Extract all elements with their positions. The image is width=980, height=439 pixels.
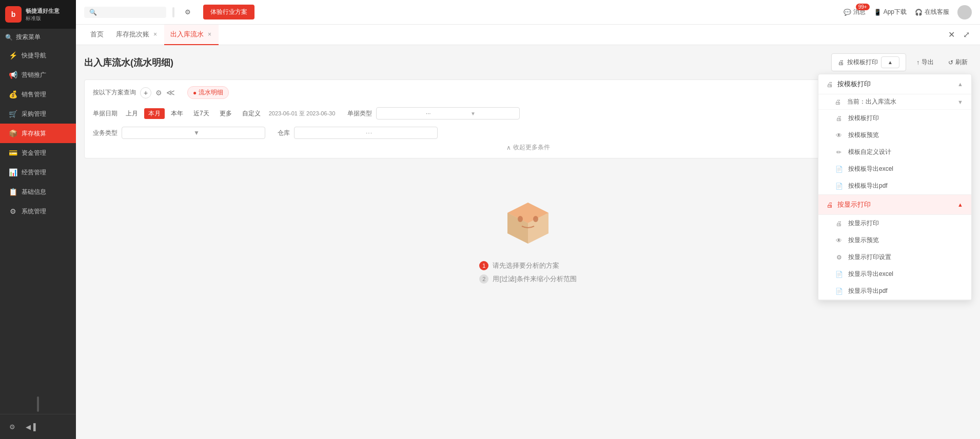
sidebar-item-label: 经营管理	[22, 168, 46, 177]
template-preview-label: 按模板预览	[848, 131, 879, 139]
template-export-pdf-item[interactable]: 📄 按模板导出pdf	[818, 177, 971, 194]
topbar-search-icon: 🔍	[89, 9, 97, 16]
step-2-label: 用[过滤]条件来缩小分析范围	[493, 272, 576, 286]
sidebar-item-finance[interactable]: 💳 资金管理	[0, 143, 76, 163]
current-template-badge[interactable]: 🖨 当前：出入库流水 ▼	[818, 94, 971, 110]
industry-solution-btn[interactable]: 体验行业方案	[203, 5, 254, 19]
business-type-select[interactable]: ▼	[122, 127, 265, 139]
refresh-label: 刷新	[955, 58, 968, 67]
sidebar-item-label: 库存核算	[22, 129, 46, 138]
app-name-block: 畅捷通好生意 标准版	[26, 7, 60, 22]
collapse-conditions-btn[interactable]: ∧ 收起更多条件	[506, 143, 550, 152]
date-opt-last-month[interactable]: 上月	[122, 108, 142, 119]
marketing-icon: 📢	[8, 70, 17, 79]
app-name: 畅捷通好生意	[26, 7, 60, 15]
sidebar-item-inventory[interactable]: 📦 库存核算	[0, 124, 76, 143]
warehouse-more-icon[interactable]: ···	[366, 129, 433, 136]
sidebar: b 畅捷通好生意 标准版 🔍 搜索菜单 ⚡ 快捷导航 📢 营销推广 💰 销售管理…	[0, 0, 76, 439]
display-settings-icon: ⚙	[835, 253, 843, 262]
empty-icon	[502, 197, 554, 249]
service-icon: 🎧	[915, 9, 923, 16]
message-btn[interactable]: 💬 消息 99+	[844, 8, 866, 16]
tab-inventory-batch[interactable]: 库存批次账 ×	[110, 25, 164, 45]
main-content: 🔍 ⚙ 体验行业方案 💬 消息 99+ 📱 App下载 🎧 在线客服	[76, 0, 980, 439]
sidebar-item-basic-info[interactable]: 📋 基础信息	[0, 182, 76, 202]
current-badge-label: 当前：出入库流水	[847, 97, 896, 106]
sidebar-item-operations[interactable]: 📊 经营管理	[0, 163, 76, 182]
filter-tag-label: 流水明细	[199, 88, 223, 97]
display-print-settings-item[interactable]: ⚙ 按显示打印设置	[818, 249, 971, 266]
doc-type-select[interactable]: ··· ▼	[376, 107, 520, 119]
tab-batch-close[interactable]: ×	[152, 31, 158, 38]
sidebar-item-quick-nav[interactable]: ⚡ 快捷导航	[0, 46, 76, 65]
display-export-pdf-item[interactable]: 📄 按显示导出pdf	[818, 283, 971, 300]
business-type-arrow: ▼	[193, 129, 261, 136]
sidebar-item-label: 采购管理	[22, 110, 46, 118]
app-download-label: App下载	[884, 8, 907, 16]
template-excel-label: 按模板导出excel	[848, 165, 893, 173]
tab-close-icon[interactable]: ✕	[946, 28, 957, 42]
tab-flow-close[interactable]: ×	[207, 31, 212, 38]
filter-settings-btn[interactable]: ⚙	[155, 89, 162, 97]
filter-tag-icon: ●	[193, 89, 197, 96]
export-btn[interactable]: ↑ 导出	[912, 56, 938, 69]
warehouse-select[interactable]: ···	[294, 127, 438, 139]
refresh-btn[interactable]: ↺ 刷新	[944, 56, 972, 69]
doc-type-more-icon[interactable]: ···	[426, 110, 471, 117]
filter-collapse-btn[interactable]: ≪	[166, 88, 175, 97]
date-opt-this-year[interactable]: 本年	[167, 108, 187, 119]
operations-icon: 📊	[8, 168, 17, 177]
template-section-arrow: ▲	[957, 81, 963, 87]
template-print-item[interactable]: 🖨 按模板打印	[818, 110, 971, 127]
display-export-excel-item[interactable]: 📄 按显示导出excel	[818, 266, 971, 283]
template-design-item[interactable]: ✏ 模板自定义设计	[818, 144, 971, 161]
sidebar-item-sales[interactable]: 💰 销售管理	[0, 85, 76, 104]
template-preview-item[interactable]: 👁 按模板预览	[818, 127, 971, 144]
sidebar-item-purchase[interactable]: 🛒 采购管理	[0, 104, 76, 124]
date-opt-custom[interactable]: 自定义	[238, 108, 265, 119]
template-excel-icon: 📄	[835, 165, 843, 173]
step-2-num: 2	[479, 274, 488, 284]
sidebar-item-system[interactable]: ⚙ 系统管理	[0, 202, 76, 220]
filter-tag-item[interactable]: ● 流水明细	[187, 86, 229, 99]
tab-expand-icon[interactable]: ⤢	[961, 28, 972, 42]
tab-stock-flow[interactable]: 出入库流水 ×	[164, 25, 219, 45]
topbar-gear-btn[interactable]: ⚙	[181, 5, 195, 19]
user-avatar[interactable]	[957, 5, 972, 19]
tab-home-label: 首页	[90, 30, 104, 39]
app-download-btn[interactable]: 📱 App下载	[874, 8, 907, 16]
topbar-search-box[interactable]: 🔍	[84, 7, 166, 18]
doc-type-arrow: ▼	[471, 111, 515, 116]
display-print-label: 按显示打印	[848, 219, 879, 228]
display-print-section-header[interactable]: 🖨 按显示打印 ▲	[818, 195, 971, 215]
online-service-btn[interactable]: 🎧 在线客服	[915, 8, 949, 16]
tab-home[interactable]: 首页	[84, 25, 110, 45]
warehouse-label: 仓库	[278, 129, 290, 137]
sidebar-settings-btn[interactable]: ⚙	[5, 420, 19, 434]
date-opt-more[interactable]: 更多	[215, 108, 236, 119]
template-preview-icon: 👁	[835, 131, 843, 139]
date-opt-this-month[interactable]: 本月	[144, 108, 165, 119]
online-service-label: 在线客服	[925, 8, 949, 16]
inventory-icon: 📦	[8, 129, 17, 138]
template-print-section-header[interactable]: 🖨 按模板打印 ▲	[818, 74, 971, 94]
collapse-label: 收起更多条件	[513, 143, 550, 152]
display-excel-icon: 📄	[835, 270, 843, 278]
svg-point-5	[533, 216, 538, 222]
current-badge-arrow: ▼	[957, 99, 963, 105]
sidebar-item-marketing[interactable]: 📢 营销推广	[0, 65, 76, 85]
filter-tag-container: ● 流水明细	[187, 86, 229, 99]
topbar-search-input[interactable]	[99, 9, 150, 16]
filter-add-btn[interactable]: +	[140, 87, 151, 98]
date-opt-7days[interactable]: 近7天	[189, 108, 213, 119]
sidebar-collapse-btn[interactable]: ◀▐	[24, 420, 38, 434]
display-print-section-icon: 🖨	[827, 201, 833, 209]
template-export-excel-item[interactable]: 📄 按模板导出excel	[818, 161, 971, 177]
display-preview-item[interactable]: 👁 按显示预览	[818, 232, 971, 249]
template-print-btn[interactable]: 🖨 按模板打印 ▲	[831, 53, 906, 71]
app-logo-icon: b	[5, 6, 22, 23]
step-1-label: 请先选择要分析的方案	[493, 259, 559, 272]
search-icon: 🔍	[5, 34, 13, 41]
display-print-item[interactable]: 🖨 按显示打印	[818, 215, 971, 232]
search-menu-item[interactable]: 🔍 搜索菜单	[0, 29, 76, 46]
